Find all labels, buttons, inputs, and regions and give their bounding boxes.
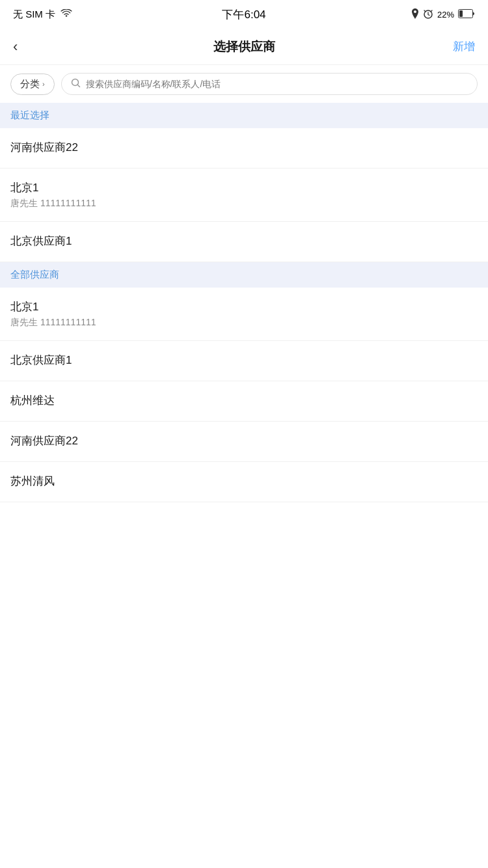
status-bar: 无 SIM 卡 下午6:04 22% <box>0 0 488 29</box>
recent-section-header: 最近选择 <box>0 103 488 128</box>
category-button[interactable]: 分类 › <box>10 74 55 95</box>
nav-bar: ‹ 选择供应商 新增 <box>0 29 488 65</box>
item-name: 苏州清风 <box>10 474 478 489</box>
item-name: 河南供应商22 <box>10 140 478 155</box>
list-item[interactable]: 北京1唐先生 11111111111 <box>0 169 488 222</box>
search-box <box>61 73 478 95</box>
all-list: 北京1唐先生 11111111111北京供应商1杭州维达河南供应商22苏州清风 <box>0 288 488 502</box>
alarm-icon <box>423 8 433 21</box>
list-item[interactable]: 北京供应商1 <box>0 341 488 381</box>
item-name: 北京供应商1 <box>10 234 478 249</box>
add-button[interactable]: 新增 <box>453 39 475 54</box>
svg-rect-2 <box>459 10 463 17</box>
item-sub: 唐先生 11111111111 <box>10 198 478 210</box>
list-item[interactable]: 河南供应商22 <box>0 128 488 169</box>
list-item[interactable]: 河南供应商22 <box>0 422 488 462</box>
status-left: 无 SIM 卡 <box>13 8 72 21</box>
back-button[interactable]: ‹ <box>8 33 23 61</box>
search-input[interactable] <box>86 79 468 89</box>
item-name: 北京1 <box>10 180 478 195</box>
carrier-text: 无 SIM 卡 <box>13 8 55 21</box>
wifi-icon <box>61 9 72 20</box>
all-section-header: 全部供应商 <box>0 262 488 288</box>
item-sub: 唐先生 11111111111 <box>10 317 478 329</box>
status-time: 下午6:04 <box>222 7 265 22</box>
item-name: 北京1 <box>10 299 478 314</box>
search-icon <box>71 78 81 90</box>
page-title: 选择供应商 <box>213 38 275 55</box>
item-name: 北京供应商1 <box>10 353 478 368</box>
category-label: 分类 <box>20 78 40 90</box>
list-item[interactable]: 杭州维达 <box>0 381 488 422</box>
battery-icon <box>458 9 475 20</box>
location-icon <box>411 8 419 21</box>
list-item[interactable]: 苏州清风 <box>0 462 488 502</box>
recent-list: 河南供应商22北京1唐先生 11111111111北京供应商1 <box>0 128 488 262</box>
item-name: 杭州维达 <box>10 393 478 408</box>
list-item[interactable]: 北京供应商1 <box>0 222 488 262</box>
list-item[interactable]: 北京1唐先生 11111111111 <box>0 288 488 341</box>
filter-bar: 分类 › <box>0 65 488 103</box>
item-name: 河南供应商22 <box>10 433 478 448</box>
battery-text: 22% <box>437 10 454 20</box>
status-right: 22% <box>411 8 475 21</box>
chevron-right-icon: › <box>42 80 45 88</box>
